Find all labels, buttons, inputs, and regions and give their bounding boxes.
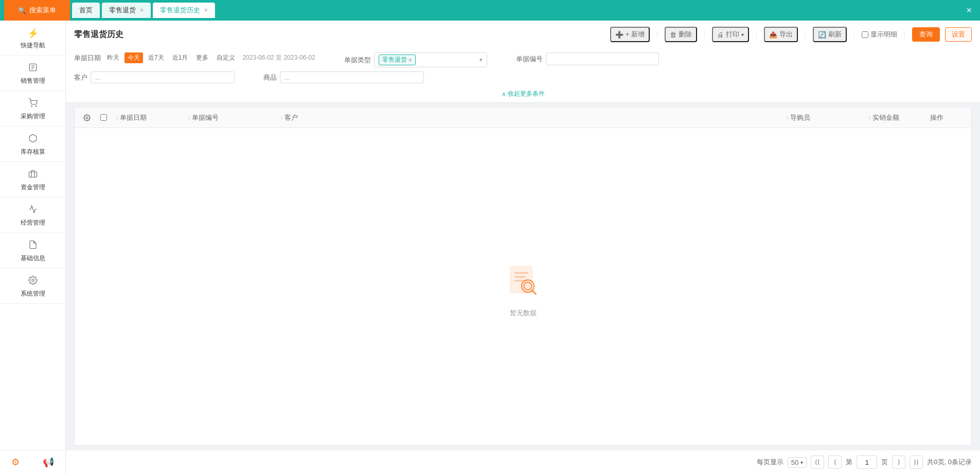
tab-retail-return-history-close[interactable]: × — [204, 7, 208, 14]
date-btn-today[interactable]: 今天 — [124, 52, 143, 63]
sidebar-item-sales-label: 销售管理 — [21, 77, 45, 85]
th-guide[interactable]: ↕ 导购员 — [782, 113, 864, 122]
sidebar-item-inventory-label: 库存核算 — [21, 148, 45, 156]
sort-customer-icon: ↕ — [280, 115, 283, 120]
settings-btn[interactable]: 设置 — [945, 27, 972, 42]
basic-info-icon — [28, 240, 38, 252]
filter-area: 单据日期 昨天 今天 近7天 近1月 更多 自定义 2023-06-02 至 2… — [74, 48, 972, 102]
total-info: 共0页, 0条记录 — [927, 458, 972, 467]
collapse-icon: ∧ — [502, 90, 506, 98]
th-customer-label: 客户 — [284, 113, 298, 122]
export-icon: 📤 — [769, 31, 777, 39]
date-btn-yesterday[interactable]: 昨天 — [104, 52, 122, 63]
tab-home[interactable]: 首页 — [72, 3, 100, 18]
tab-retail-return-close[interactable]: × — [140, 7, 144, 14]
goods-select[interactable]: ... — [280, 71, 424, 83]
data-table: ↕ 单据日期 ↕ 单据编号 ↕ 客户 ↕ 导购员 — [74, 107, 972, 446]
new-btn-label: + 新增 — [626, 30, 645, 39]
page-first-btn[interactable]: ⟨⟨ — [811, 455, 824, 469]
per-page-value: 50 — [791, 459, 798, 466]
empty-state: 暂无数据 — [75, 128, 971, 445]
date-btn-custom[interactable]: 自定义 — [213, 52, 238, 63]
page-prev-btn[interactable]: ⟨ — [828, 455, 842, 469]
sort-guide-icon: ↕ — [786, 115, 789, 120]
refresh-btn[interactable]: 🔄 刷新 — [813, 27, 847, 42]
date-btn-1month[interactable]: 近1月 — [169, 52, 191, 63]
sidebar-speaker-btn[interactable]: 📢 — [43, 457, 54, 468]
page-unit: 页 — [881, 458, 888, 467]
sidebar-item-operations[interactable]: 经营管理 — [0, 197, 65, 233]
delete-icon: 🗑 — [670, 31, 676, 39]
print-btn-label: 打印 — [726, 30, 739, 39]
customer-filter-label: 客户 — [74, 73, 87, 82]
quick-nav-icon: ⚡ — [27, 28, 39, 39]
customer-select[interactable]: ... — [91, 71, 235, 83]
page-title: 零售退货历史 — [74, 29, 123, 40]
th-select-all[interactable] — [95, 114, 112, 121]
show-detail-checkbox-label[interactable]: 显示明细 — [862, 30, 897, 39]
doc-num-input[interactable] — [546, 52, 659, 65]
query-btn[interactable]: 查询 — [912, 27, 940, 42]
print-btn[interactable]: 🖨 打印 ▾ — [712, 27, 749, 42]
sidebar-gear-btn[interactable]: ⚙ — [11, 457, 20, 468]
doc-num-label: 单据编号 — [516, 54, 543, 64]
show-detail-checkbox[interactable] — [862, 31, 868, 38]
delete-btn[interactable]: 🗑 删除 — [665, 27, 697, 42]
window-close-btn[interactable]: × — [962, 5, 976, 16]
sidebar-item-basic-info-label: 基础信息 — [21, 254, 45, 263]
finance-icon — [28, 169, 38, 181]
settings-btn-label: 设置 — [952, 30, 965, 39]
sidebar-item-basic-info[interactable]: 基础信息 — [0, 233, 65, 268]
sidebar-item-sales[interactable]: 销售管理 — [0, 56, 65, 91]
sidebar-item-inventory[interactable]: 库存核算 — [0, 126, 65, 162]
sidebar-item-system[interactable]: 系统管理 — [0, 268, 65, 304]
sidebar-item-quick-nav[interactable]: ⚡ 快捷导航 — [0, 21, 65, 56]
page-last-btn[interactable]: ⟩⟩ — [910, 455, 923, 469]
sort-num-icon: ↕ — [188, 115, 190, 120]
content-wrapper: ↕ 单据日期 ↕ 单据编号 ↕ 客户 ↕ 导购员 — [66, 103, 980, 474]
doc-type-filter: 单据类型 零售退货 × ▾ — [344, 52, 487, 67]
th-amount[interactable]: ↕ 实销金额 — [864, 113, 926, 122]
th-settings[interactable] — [79, 114, 95, 121]
doc-type-select[interactable]: 零售退货 × ▾ — [374, 52, 487, 67]
pagination: 每页显示 50 ▾ ⟨⟨ ⟨ 第 页 ⟩ ⟩⟩ 共0页, 0条记录 — [66, 450, 980, 474]
sidebar-item-purchase[interactable]: 采购管理 — [0, 91, 65, 126]
tab-retail-return-history[interactable]: 零售退货历史 × — [153, 3, 215, 18]
collapse-btn[interactable]: ∧ 收起更多条件 — [502, 89, 545, 98]
search-menu-btn[interactable]: 🔍 搜索菜单 — [4, 0, 70, 21]
th-amount-label: 实销金额 — [872, 113, 899, 122]
th-num[interactable]: ↕ 单据编号 — [184, 113, 276, 122]
empty-text: 暂无数据 — [510, 308, 537, 318]
export-btn[interactable]: 📤 导出 — [764, 27, 798, 42]
top-bar: 🔍 搜索菜单 首页 零售退货 × 零售退货历史 × × — [0, 0, 980, 21]
new-btn[interactable]: ➕ + 新增 — [610, 27, 650, 42]
toolbar-divider-2 — [704, 31, 705, 38]
svg-rect-9 — [514, 276, 526, 278]
doc-type-label: 单据类型 — [344, 56, 371, 65]
doc-type-tag-text: 零售退货 — [382, 56, 407, 64]
th-date[interactable]: ↕ 单据日期 — [112, 113, 184, 122]
th-customer[interactable]: ↕ 客户 — [276, 113, 782, 122]
th-action-label: 操作 — [930, 113, 943, 122]
refresh-btn-label: 刷新 — [828, 30, 842, 39]
select-all-checkbox[interactable] — [100, 114, 107, 121]
doc-type-tag-close[interactable]: × — [408, 57, 412, 64]
tab-retail-return[interactable]: 零售退货 × — [102, 3, 151, 18]
page-header: 零售退货历史 ➕ + 新增 🗑 删除 🖨 打印 ▾ — [66, 21, 980, 103]
sidebar: ⚡ 快捷导航 销售管理 采购管理 库存核算 资金管理 — [0, 21, 66, 474]
th-num-label: 单据编号 — [192, 113, 219, 122]
page-next-btn[interactable]: ⟩ — [892, 455, 905, 469]
sort-desc-icon: ↕ — [116, 115, 118, 120]
page-input[interactable] — [857, 455, 877, 469]
svg-point-5 — [86, 117, 88, 119]
sales-icon — [28, 63, 38, 75]
date-btn-7days[interactable]: 近7天 — [145, 52, 167, 63]
tab-retail-return-label: 零售退货 — [109, 6, 136, 15]
purchase-icon — [28, 98, 38, 110]
system-icon — [28, 276, 38, 287]
per-page-select[interactable]: 50 ▾ — [788, 457, 807, 468]
sidebar-item-finance[interactable]: 资金管理 — [0, 162, 65, 197]
date-btn-more[interactable]: 更多 — [193, 52, 211, 63]
date-filter: 单据日期 昨天 今天 近7天 近1月 更多 自定义 2023-06-02 至 2… — [74, 52, 315, 63]
doc-type-tag: 零售退货 × — [379, 54, 416, 65]
